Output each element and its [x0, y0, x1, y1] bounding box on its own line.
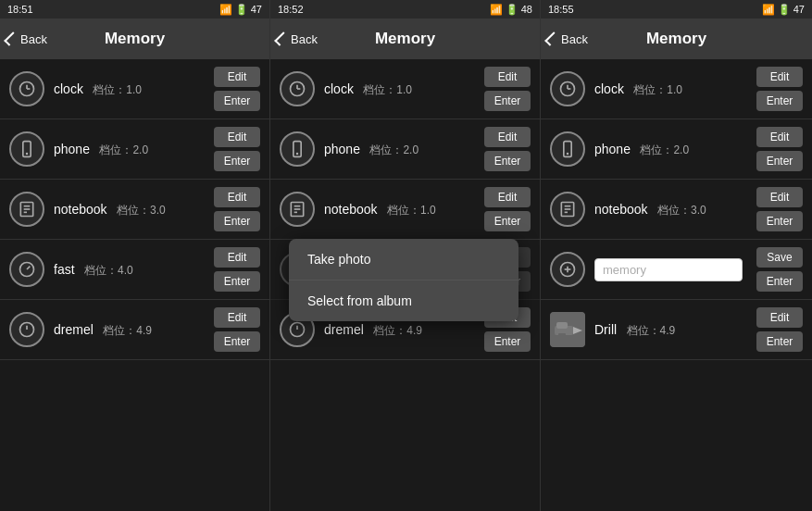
dropdown-select-album[interactable]: Select from album [289, 280, 518, 321]
back-label-2: Back [291, 32, 318, 46]
item-actions-drill-3: Edit Enter [756, 307, 803, 352]
list-item-clock-1: clock 档位：1.0 Edit Enter [0, 59, 269, 119]
back-button-3[interactable]: Back [548, 32, 588, 46]
item-icon-phone-2 [280, 131, 315, 167]
enter-button-dremel-2[interactable]: Enter [484, 331, 531, 352]
item-info-phone-2: phone 档位：2.0 [324, 141, 477, 158]
enter-button-clock-2[interactable]: Enter [484, 91, 531, 111]
edit-button-fast-1[interactable]: Edit [214, 247, 260, 268]
enter-button-notebook-3[interactable]: Enter [756, 211, 803, 231]
edit-button-phone-1[interactable]: Edit [214, 127, 260, 147]
nav-title-1: Memory [105, 30, 165, 48]
enter-button-drill-3[interactable]: Enter [756, 331, 803, 352]
edit-button-clock-1[interactable]: Edit [214, 67, 260, 87]
item-grade-fast-1: 档位：4.0 [84, 264, 133, 277]
item-info-notebook-1: notebook 档位：3.0 [54, 201, 206, 218]
dropdown-menu: Take photo Select from album [289, 239, 518, 321]
item-info-dremel-1: dremel 档位：4.9 [54, 321, 206, 339]
item-actions-phone-3: Edit Enter [756, 127, 803, 171]
svg-rect-41 [558, 333, 566, 338]
item-name-dremel-1: dremel [54, 322, 94, 337]
edit-button-notebook-3[interactable]: Edit [756, 187, 803, 207]
battery-level-1: 47 [251, 4, 262, 15]
status-bar-3: 18:55 📶 🔋 47 [541, 0, 812, 19]
item-grade-phone-1: 档位：2.0 [99, 143, 148, 156]
svg-line-10 [27, 267, 30, 269]
item-info-dremel-2: dremel 档位：4.9 [324, 321, 477, 339]
nav-bar-2: Back Memory [270, 19, 540, 59]
item-name-fast-1: fast [54, 262, 75, 277]
status-bar-2: 18:52 📶 🔋 48 [270, 0, 540, 19]
panel-1: 18:51 📶 🔋 47 Back Memory [0, 0, 270, 511]
list-item-clock-3: clock 档位：1.0 Edit Enter [541, 59, 812, 119]
battery-level-3: 47 [793, 4, 805, 15]
list-item-drill-3: Drill 档位：4.9 Edit Enter [541, 300, 812, 360]
item-grade-phone-2: 档位：2.0 [369, 143, 418, 156]
enter-button-fast-1[interactable]: Enter [214, 271, 260, 292]
nav-title-3: Memory [646, 30, 706, 48]
enter-button-phone-2[interactable]: Enter [484, 151, 531, 171]
back-label-1: Back [20, 32, 47, 46]
wifi-icon-2: 📶 [490, 4, 503, 16]
list-3: clock 档位：1.0 Edit Enter phone [541, 59, 812, 511]
memory-text-input[interactable] [594, 258, 743, 281]
chevron-left-icon [4, 31, 19, 46]
edit-button-drill-3[interactable]: Edit [756, 307, 803, 328]
item-icon-clock-3 [550, 71, 585, 106]
item-icon-phone-1 [9, 131, 44, 167]
drill-image [550, 312, 585, 347]
list-item-phone-3: phone 档位：2.0 Edit Enter [541, 119, 812, 180]
item-name-clock-1: clock [54, 81, 83, 96]
enter-button-memory[interactable]: Enter [756, 271, 803, 292]
enter-button-clock-3[interactable]: Enter [756, 91, 803, 111]
item-name-phone-1: phone [54, 142, 90, 156]
save-button-memory[interactable]: Save [756, 247, 803, 268]
edit-button-phone-3[interactable]: Edit [756, 127, 803, 147]
list-item-clock-2: clock 档位：1.0 Edit Enter [270, 59, 540, 119]
edit-button-dremel-1[interactable]: Edit [214, 307, 260, 328]
item-info-fast-1: fast 档位：4.0 [54, 261, 206, 279]
edit-button-phone-2[interactable]: Edit [484, 127, 531, 147]
item-name-dremel-2: dremel [324, 322, 364, 337]
item-grade-dremel-2: 档位：4.9 [373, 324, 422, 337]
dropdown-take-photo[interactable]: Take photo [289, 239, 518, 280]
item-icon-dremel-1 [9, 312, 44, 347]
edit-button-clock-3[interactable]: Edit [756, 67, 803, 87]
item-grade-notebook-3: 档位：3.0 [657, 204, 706, 217]
back-button-1[interactable]: Back [7, 32, 47, 46]
back-label-3: Back [561, 32, 588, 46]
item-name-phone-3: phone [594, 142, 631, 156]
enter-button-notebook-2[interactable]: Enter [484, 211, 531, 231]
edit-button-notebook-2[interactable]: Edit [484, 187, 531, 207]
item-icon-fast-1 [9, 252, 44, 287]
enter-button-phone-1[interactable]: Enter [214, 151, 260, 171]
enter-button-phone-3[interactable]: Enter [756, 151, 803, 171]
wifi-icon-3: 📶 [762, 4, 775, 16]
item-icon-notebook-2 [280, 192, 315, 227]
enter-button-clock-1[interactable]: Enter [214, 91, 260, 111]
item-actions-dremel-1: Edit Enter [214, 307, 260, 352]
list-item-notebook-1: notebook 档位：3.0 Edit Enter [0, 180, 269, 240]
item-actions-phone-1: Edit Enter [214, 127, 260, 171]
item-info-clock-2: clock 档位：1.0 [324, 81, 477, 98]
battery-icon: 🔋 [235, 4, 248, 16]
item-grade-notebook-1: 档位：3.0 [117, 204, 166, 217]
item-grade-phone-3: 档位：2.0 [640, 143, 689, 156]
item-actions-memory: Save Enter [756, 247, 803, 292]
status-icons-2: 📶 🔋 48 [490, 4, 532, 16]
list-1: clock 档位：1.0 Edit Enter phone [0, 59, 269, 511]
item-info-notebook-2: notebook 档位：1.0 [324, 201, 477, 218]
item-actions-clock-2: Edit Enter [484, 67, 531, 111]
list-item-fast-1: fast 档位：4.0 Edit Enter [0, 240, 269, 300]
enter-button-dremel-1[interactable]: Enter [214, 331, 260, 352]
item-name-notebook-2: notebook [324, 202, 378, 217]
edit-button-clock-2[interactable]: Edit [484, 67, 531, 87]
list-item-phone-2: phone 档位：2.0 Edit Enter [270, 119, 540, 180]
chevron-left-icon-2 [274, 31, 289, 46]
item-actions-clock-1: Edit Enter [214, 67, 260, 111]
item-name-notebook-1: notebook [54, 202, 107, 217]
item-name-drill-3: Drill [594, 322, 617, 337]
back-button-2[interactable]: Back [278, 32, 318, 46]
edit-button-notebook-1[interactable]: Edit [214, 187, 260, 207]
enter-button-notebook-1[interactable]: Enter [214, 211, 260, 231]
